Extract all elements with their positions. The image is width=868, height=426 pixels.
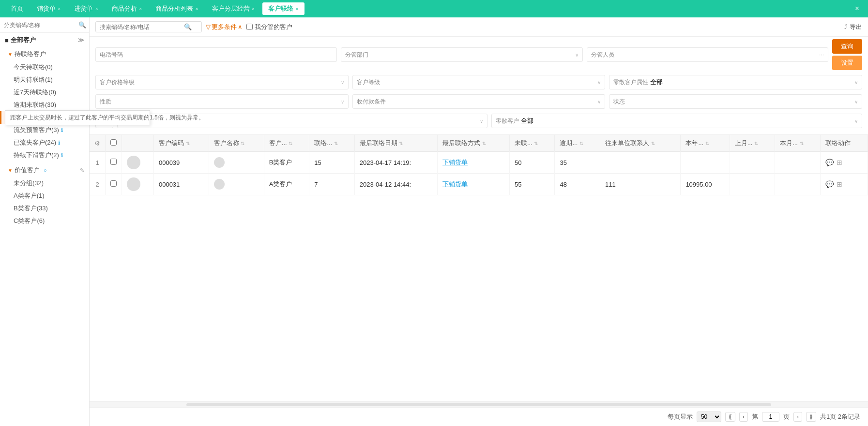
td-row1-last-method[interactable]: 下销货单 [438,152,510,174]
horizontal-scrollbar[interactable] [90,401,868,407]
sort-no-contact[interactable]: ⇅ [534,141,538,146]
td-row2-name[interactable] [209,174,264,195]
row1-checkbox[interactable] [110,159,117,165]
nav-purchase[interactable]: 进货单 × [68,2,104,15]
page-input[interactable] [762,412,779,422]
th-name[interactable]: 客户名称 ⇅ [209,135,264,152]
th-checkbox[interactable] [106,135,122,152]
sort-this-year[interactable]: ⇅ [705,141,709,146]
sort-code[interactable]: ⇅ [186,141,190,146]
my-customers-toggle[interactable]: 我分管的客户 [246,23,292,31]
sort-name[interactable]: ⇅ [241,141,244,146]
nav-analysis-close[interactable]: × [139,6,142,12]
filter-price-level[interactable]: 客户价格等级 ∨ [95,75,349,89]
th-this-year[interactable]: 本年... ⇅ [681,135,730,152]
nav-customer-segment-close[interactable]: × [252,6,255,12]
sidebar-waiting-header[interactable]: ▼ 待联络客户 [0,47,89,61]
row2-detail-icon[interactable]: ⊞ [837,180,842,188]
page-last-btn[interactable]: ⟫ [806,412,816,422]
td-row1-name[interactable] [209,152,264,174]
td-row2-last-method[interactable]: 下销货单 [438,174,510,195]
search-bar-icon[interactable]: 🔍 [184,23,192,30]
sort-last-month[interactable]: ⇅ [754,141,758,146]
nav-analysis-list-close[interactable]: × [195,6,198,12]
nav-purchase-close[interactable]: × [95,6,98,12]
sidebar-item-7days[interactable]: 近7天待联络(0) [0,86,89,99]
nav-sales-close[interactable]: × [58,6,61,12]
page-first-btn[interactable]: ⟪ [725,412,735,422]
my-customers-checkbox[interactable] [246,24,253,30]
select-all-checkbox[interactable] [110,139,117,146]
filter-customer-level[interactable]: 客户等级 ∨ [352,75,606,89]
sidebar-all-customers[interactable]: ■ 全部客户 ≫ [0,33,89,47]
th-settings[interactable]: ⚙ [90,135,106,152]
td-row2-code[interactable]: 000031 [153,174,209,195]
nav-analysis-list[interactable]: 商品分析列表 × [150,2,204,15]
th-no-contact[interactable]: 未联... ⇅ [509,135,555,152]
filter-status[interactable]: 状态 ∨ [609,94,862,109]
filter-payment[interactable]: 收付款条件 ∨ [352,94,606,109]
filter-retail-customer[interactable]: 零散客户 全部 ∨ [491,114,862,128]
filter-nature[interactable]: 性质 ∨ [95,94,349,109]
row1-contact-icon[interactable]: 💬 [825,159,834,166]
sort-type[interactable]: ⇅ [289,141,292,146]
nav-home[interactable]: 首页 [5,2,29,15]
nav-analysis[interactable]: 商品分析 × [106,2,148,15]
sidebar-item-b-class[interactable]: B类客户(33) [0,202,89,215]
sidebar-value-edit-icon[interactable]: ✎ [80,167,84,174]
th-overdue[interactable]: 逾期... ⇅ [555,135,600,152]
sidebar-item-ungroup[interactable]: 未分组(32) [0,177,89,190]
th-unit-contact[interactable]: 往来单位联系人 ⇅ [600,135,680,152]
th-this-month[interactable]: 本月... ⇅ [775,135,821,152]
sidebar-search-input[interactable] [4,22,76,29]
th-code[interactable]: 客户编码 ⇅ [153,135,209,152]
td-row1-code[interactable]: 000039 [153,152,209,174]
nav-customer-contact-close[interactable]: × [295,6,298,12]
filter-person[interactable]: 分管人员 ··· [587,47,828,62]
sidebar-item-c-class[interactable]: C类客户(6) [0,215,89,227]
td-row2-checkbox[interactable] [106,174,122,195]
sidebar-value-header[interactable]: ▼ 价值客户 ○ ✎ [0,163,89,177]
settings-button[interactable]: 设置 [832,56,862,70]
sidebar-search-icon[interactable]: 🔍 [78,21,86,29]
th-last-month[interactable]: 上月... ⇅ [730,135,775,152]
sort-contact[interactable]: ⇅ [334,141,338,146]
search-input[interactable] [100,24,182,30]
filter-phone[interactable]: 电话号码 [95,47,337,62]
sidebar-item-churned[interactable]: 已流失客户(24) ℹ [0,136,89,149]
sort-this-month[interactable]: ⇅ [800,141,804,146]
filter-retail-attr[interactable]: 零散客户属性 全部 ∨ [609,75,862,89]
nav-sales[interactable]: 销货单 × [31,2,66,15]
sidebar-item-declining[interactable]: 持续下滑客户(2) ℹ [0,149,89,162]
th-last-method[interactable]: 最后联络方式 ⇅ [438,135,510,152]
nav-customer-contact[interactable]: 客户联络 × [262,2,304,15]
scroll-track[interactable] [186,403,771,406]
export-button[interactable]: ⤴ 导出 [844,23,862,31]
sidebar-item-tomorrow[interactable]: 明天待联络(1) [0,73,89,86]
sort-unit-contact[interactable]: ⇅ [651,141,655,146]
sort-overdue[interactable]: ⇅ [579,141,583,146]
query-button[interactable]: 查询 [832,39,862,54]
sidebar-item-a-class[interactable]: A类客户(1) [0,190,89,202]
sidebar-item-overdue[interactable]: 逾期未联络(30) [0,99,89,111]
th-last-date[interactable]: 最后联络日期 ⇅ [354,135,437,152]
table-settings-icon[interactable]: ⚙ [94,140,100,147]
th-contact-count[interactable]: 联络... ⇅ [309,135,355,152]
sidebar-item-churn-warning[interactable]: 流失预警客户(3) ℹ [0,124,89,136]
td-row1-checkbox[interactable] [106,152,122,174]
row1-detail-icon[interactable]: ⊞ [837,159,842,166]
th-type[interactable]: 客户... ⇅ [264,135,309,152]
per-page-select[interactable]: 50 100 200 [697,411,721,422]
sidebar-collapse-icon[interactable]: ≫ [78,37,84,44]
nav-customer-segment[interactable]: 客户分层经营 × [206,2,260,15]
sort-last-method[interactable]: ⇅ [482,141,486,146]
sidebar-item-today[interactable]: 今天待联络(0) [0,61,89,73]
row2-contact-icon[interactable]: 💬 [825,180,834,188]
page-prev-btn[interactable]: ‹ [739,412,748,422]
sort-last-date[interactable]: ⇅ [399,141,403,146]
window-close-button[interactable]: × [851,2,863,15]
more-conditions-btn[interactable]: ▽ 更多条件 ∧ [206,23,243,31]
page-next-btn[interactable]: › [793,412,802,422]
row2-checkbox[interactable] [110,180,117,187]
filter-dept[interactable]: 分管部门 ∨ [341,47,582,62]
